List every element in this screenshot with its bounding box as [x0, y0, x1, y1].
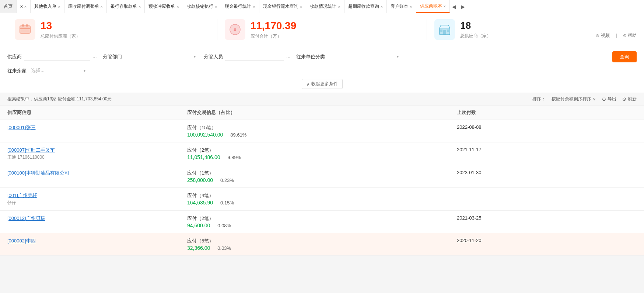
supplier-cell-4: [000012]广州贝瑞 [7, 215, 187, 222]
filter-row-2: 往来余额 选择... ▾ [7, 66, 637, 75]
nav-tab-adjust-close[interactable]: × [101, 4, 103, 9]
supplier-table: 供应商信息 应付交易信息（占比） 上次付数 [000001]张三 应付（15笔）… [0, 106, 644, 256]
svg-rect-2 [22, 24, 24, 27]
sort-value[interactable]: 按应付余额倒序排序 ∨ [552, 96, 596, 102]
nav-tab-customer-ledger[interactable]: 客户账本 × [387, 0, 416, 13]
nav-tab-overdue[interactable]: 超期应收款查询 × [344, 0, 387, 13]
tx-amount-0[interactable]: 100,092,540.00 [187, 132, 223, 138]
nav-tab-cash-flow[interactable]: 现金银行流水查询 × [259, 0, 306, 13]
tx-row-2: 258,000.00 0.23% [187, 177, 457, 183]
supplier-sub-3: 仔仔 [7, 200, 187, 206]
balance-filter-select[interactable]: 选择... ▾ [29, 66, 88, 75]
supplier-link-5[interactable]: [000002]李四 [7, 238, 187, 244]
table-row: [000007]恒旺二手叉车 王通 17106110000 应付（2笔） 11,… [0, 142, 644, 165]
nav-next-arrow[interactable]: ▶ [459, 0, 468, 13]
svg-text:¥: ¥ [233, 27, 237, 32]
nav-tab-other-income[interactable]: 其他收入单 × [31, 0, 64, 13]
tx-amount-4[interactable]: 94,600.00 [187, 223, 210, 228]
export-icon: ⊙ [602, 96, 606, 102]
tx-amount-3[interactable]: 164,635.90 [187, 200, 213, 206]
person-filter-input[interactable] [225, 53, 284, 61]
summary-info-total-suppliers: 18 总供应商（家） [460, 20, 491, 39]
nav-tab-3[interactable]: 3 × [17, 0, 31, 13]
last-pay-date-5: 2020-11-20 [457, 238, 482, 243]
category-filter-select[interactable]: ▾ [327, 54, 401, 60]
supplier-more-btn[interactable]: ··· [92, 54, 97, 60]
payable-total-label: 应付合计（万） [251, 33, 297, 39]
supplier-link-4[interactable]: [000012]广州贝瑞 [7, 215, 187, 222]
tx-label-0: 应付（15笔） [187, 124, 457, 131]
export-btn[interactable]: ⊙ 导出 [602, 96, 616, 102]
table-row: [000002]李四 应付（5笔） 32,366.00 0.03% 2020-1… [0, 233, 644, 256]
col-header-transaction: 应付交易信息（占比） [187, 109, 457, 116]
supplier-link-1[interactable]: [000007]恒旺二手叉车 [7, 147, 187, 154]
person-more-btn[interactable]: ··· [286, 54, 291, 60]
nav-tab-prepay-close[interactable]: × [176, 4, 179, 9]
last-pay-date-2: 2023-01-30 [457, 170, 482, 175]
transaction-cell-0: 应付（15笔） 100,092,540.00 89.61% [187, 124, 457, 138]
money-icon: ¥ [225, 19, 245, 40]
nav-tab-3-label: 3 [20, 4, 23, 9]
nav-tab-receipt-stat-close[interactable]: × [338, 4, 340, 9]
nav-tab-receipt[interactable]: 收款核销执行 × [183, 0, 221, 13]
svg-rect-0 [20, 26, 30, 33]
supplier-link-0[interactable]: [000001]张三 [7, 124, 187, 131]
table-row: [001]广州荣轩 仔仔 应付（4笔） 164,635.90 0.15% [0, 188, 644, 211]
refresh-btn[interactable]: ⊙ 刷新 [622, 96, 637, 102]
nav-tab-other-income-close[interactable]: × [58, 4, 60, 9]
query-button[interactable]: 查询 [612, 51, 637, 62]
tx-row-1: 11,051,486.00 9.89% [187, 154, 457, 160]
transaction-cell-4: 应付（2笔） 94,600.00 0.08% [187, 215, 457, 228]
supplier-icon [15, 19, 35, 40]
svg-rect-11 [440, 30, 442, 32]
tx-amount-2[interactable]: 258,000.00 [187, 177, 213, 183]
supplier-link-2[interactable]: [000100]本特勤油品有限公司 [7, 170, 187, 176]
filter-balance: 往来余额 选择... ▾ [7, 66, 88, 75]
nav-tab-overdue-close[interactable]: × [381, 4, 383, 9]
video-help-btn[interactable]: ⊙ 视频 [596, 32, 609, 39]
nav-tab-bank[interactable]: 银行存取款单 × [107, 0, 145, 13]
balance-chevron-icon: ▾ [84, 69, 85, 73]
payable-total-amount: 11,170.39 [251, 20, 297, 32]
nav-tab-cash-stat-close[interactable]: × [253, 4, 255, 9]
nav-tab-adjust[interactable]: 应收应付调整单 × [64, 0, 107, 13]
nav-tab-supplier-ledger[interactable]: 供应商账本 × [416, 0, 450, 13]
summary-info-amount: 11,170.39 应付合计（万） [251, 20, 297, 39]
tx-percent-5: 0.03% [217, 245, 231, 251]
total-supplier-label: 总供应商（家） [460, 33, 491, 39]
filter-row-1: 供应商 ··· 分管部门 ▾ 分管人员 ··· 往来单位分类 [7, 51, 637, 62]
filter-supplier: 供应商 ··· [7, 53, 97, 61]
nav-tab-prepay[interactable]: 预收冲应收单 × [145, 0, 183, 13]
help-separator: ｜ [614, 32, 619, 39]
help-btn[interactable]: ⊙ 帮助 [623, 32, 637, 39]
nav-tab-cash-stat[interactable]: 现金银行统计 × [221, 0, 259, 13]
nav-tab-cash-flow-close[interactable]: × [300, 4, 302, 9]
nav-tab-bank-close[interactable]: × [139, 4, 141, 9]
nav-tab-customer-ledger-close[interactable]: × [410, 4, 412, 9]
supplier-cell-3: [001]广州荣轩 仔仔 [7, 192, 187, 206]
transaction-cell-3: 应付（4笔） 164,635.90 0.15% [187, 192, 457, 206]
tx-amount-5[interactable]: 32,366.00 [187, 245, 210, 251]
nav-tab-receipt-close[interactable]: × [215, 4, 217, 9]
nav-tab-home[interactable]: 首页 [0, 0, 17, 13]
col-header-lastpay: 上次付数 [457, 109, 637, 116]
result-summary-text: 搜索结果中，供应商13家 应付金额 111,703,854.00元 [7, 96, 112, 102]
tx-amount-1[interactable]: 11,051,486.00 [187, 154, 220, 160]
nav-tab-bank-label: 银行存取款单 [111, 3, 137, 10]
supplier-link-3[interactable]: [001]广州荣轩 [7, 192, 187, 199]
nav-tab-supplier-ledger-close[interactable]: × [444, 4, 446, 8]
tx-percent-3: 0.15% [220, 200, 234, 206]
nav-tab-supplier-ledger-label: 供应商账本 [420, 3, 442, 9]
dept-filter-select[interactable]: ▾ [124, 54, 198, 60]
nav-tab-receipt-stat[interactable]: 收款情况统计 × [306, 0, 344, 13]
collapse-more-btn[interactable]: ∧ 收起更多条件 [302, 79, 343, 89]
nav-tab-3-close[interactable]: × [24, 4, 27, 9]
nav-tab-customer-ledger-label: 客户账本 [391, 3, 408, 10]
supplier-filter-input[interactable] [24, 53, 90, 61]
filter-category: 往来单位分类 ▾ [296, 54, 401, 60]
tx-percent-1: 9.89% [228, 155, 241, 160]
nav-tab-receipt-stat-label: 收款情况统计 [310, 3, 336, 10]
supplier-cell-5: [000002]李四 [7, 238, 187, 244]
summary-card-payable-total: ¥ 11,170.39 应付合计（万） [217, 19, 427, 40]
nav-prev-arrow[interactable]: ◀ [450, 0, 459, 13]
